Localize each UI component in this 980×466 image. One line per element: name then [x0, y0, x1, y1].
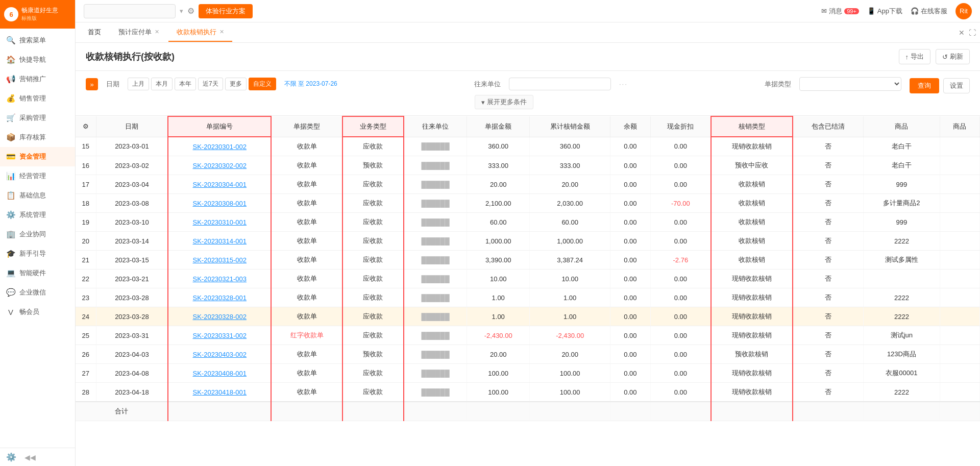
- doc-link[interactable]: SK-20230308-001: [193, 200, 247, 207]
- close-window-btn[interactable]: ✕: [959, 29, 965, 37]
- date-btn-more[interactable]: 更多: [225, 78, 247, 90]
- tab-home[interactable]: 首页: [80, 23, 109, 42]
- operations-icon: 📊: [6, 171, 15, 181]
- table-row: 252023-03-31SK-20230331-002红字收款单应收款█████…: [76, 326, 980, 345]
- tabbar: 首页 预计应付单 ✕ 收款核销执行 ✕ ✕ ⛶: [76, 22, 980, 43]
- sidebar-item-marketing[interactable]: 📢 营销推广: [0, 69, 75, 89]
- home-icon: 🏠: [6, 55, 15, 64]
- hardware-icon: 💻: [6, 268, 15, 278]
- sidebar-item-purchase[interactable]: 🛒 采购管理: [0, 108, 75, 128]
- sidebar-item-basic[interactable]: 📋 基础信息: [0, 186, 75, 205]
- doc-link[interactable]: SK-20230418-001: [193, 388, 247, 396]
- table-row: 272023-04-08SK-20230408-001收款单应收款██████1…: [76, 364, 980, 383]
- date-btn-this-year[interactable]: 本年: [175, 78, 196, 90]
- sidebar-item-hardware[interactable]: 💻 智能硬件: [0, 263, 75, 283]
- date-btn-last-month[interactable]: 上月: [128, 78, 149, 90]
- sidebar-item-system[interactable]: ⚙️ 系统管理: [0, 205, 75, 225]
- tab-collection[interactable]: 收款核销执行 ✕: [168, 23, 232, 42]
- purchase-icon: 🛒: [6, 113, 15, 122]
- doc-link[interactable]: SK-20230301-002: [193, 143, 247, 151]
- sidebar-item-enterprise[interactable]: 🏢 企业协同: [0, 225, 75, 244]
- doc-link[interactable]: SK-20230408-001: [193, 370, 247, 377]
- doc-link[interactable]: SK-20230403-002: [193, 351, 247, 358]
- doc-link[interactable]: SK-20230321-003: [193, 275, 247, 283]
- sidebar-item-operations[interactable]: 📊 经营管理: [0, 166, 75, 186]
- sidebar-item-member[interactable]: V 畅会员: [0, 302, 75, 322]
- sidebar-item-wechat[interactable]: 💬 企业微信: [0, 283, 75, 302]
- table-row: 222023-03-21SK-20230321-003收款单应收款██████1…: [76, 269, 980, 288]
- main-area: ▾ ⚙ 体验行业方案 ✉ 消息 99+ 📱 App下载 🎧 在线客服 Rit: [76, 0, 980, 466]
- sidebar-item-quick[interactable]: 🏠 快捷导航: [0, 50, 75, 69]
- col-header-partner: 往来单位: [404, 116, 467, 137]
- solution-btn[interactable]: 体验行业方案: [199, 4, 253, 18]
- filter-area: » 日期 上月 本月 本年 近7天 更多 自定义 不限 至 2023-07-26…: [76, 71, 980, 116]
- partner-input[interactable]: [509, 78, 611, 90]
- doc-link[interactable]: SK-20230328-002: [193, 313, 247, 321]
- table-row: 202023-03-14SK-20230314-001收款单应收款██████1…: [76, 232, 980, 251]
- message-btn[interactable]: ✉ 消息 99+: [821, 7, 859, 16]
- doc-link[interactable]: SK-20230302-002: [193, 162, 247, 169]
- doc-link[interactable]: SK-20230314-001: [193, 237, 247, 245]
- date-btn-this-month[interactable]: 本月: [151, 78, 173, 90]
- expand-conditions-btn[interactable]: ▾ 展开更多条件: [475, 95, 533, 109]
- app-download-btn[interactable]: 📱 App下载: [867, 7, 902, 16]
- date-btn-7days[interactable]: 近7天: [198, 78, 223, 90]
- topbar: ▾ ⚙ 体验行业方案 ✉ 消息 99+ 📱 App下载 🎧 在线客服 Rit: [76, 0, 980, 22]
- sidebar-item-guide[interactable]: 🎓 新手引导: [0, 244, 75, 263]
- col-header-settled: 包含已结清: [793, 116, 864, 137]
- table-row: 172023-03-04SK-20230304-001收款单应收款██████2…: [76, 175, 980, 194]
- col-header-goods2: 商品: [940, 116, 979, 137]
- sidebar-item-sales[interactable]: 💰 销售管理: [0, 89, 75, 108]
- search-input[interactable]: [84, 4, 176, 18]
- doc-link[interactable]: SK-20230328-001: [193, 294, 247, 302]
- query-btn[interactable]: 查询: [910, 78, 939, 93]
- table-row: 152023-03-01SK-20230301-002收款单应收款██████3…: [76, 137, 980, 156]
- collapse-icon[interactable]: ◀◀: [24, 453, 36, 461]
- gear-icon[interactable]: ⚙: [187, 6, 194, 16]
- sidebar-item-finance[interactable]: 💳 资金管理: [0, 147, 75, 166]
- sidebar-bottom: ⚙️ ◀◀: [0, 448, 75, 466]
- filter-row-1: 日期 上月 本月 本年 近7天 更多 自定义 不限 至 2023-07-26 往…: [106, 77, 901, 91]
- chevron-down-icon: ▾: [481, 99, 485, 106]
- doc-link[interactable]: SK-20230315-002: [193, 256, 247, 264]
- table-row: 282023-04-18SK-20230418-001收款单应收款██████1…: [76, 383, 980, 402]
- col-header-amount: 单据金额: [467, 116, 530, 137]
- refresh-icon: ↺: [942, 53, 948, 61]
- col-header-verified: 累计核销金额: [530, 116, 610, 137]
- setting-btn[interactable]: 设置: [943, 78, 970, 93]
- export-icon: ↑: [905, 53, 909, 61]
- guide-icon: 🎓: [6, 249, 15, 258]
- doc-type-select[interactable]: [799, 77, 901, 91]
- inventory-icon: 📦: [6, 133, 15, 142]
- filter-toggle-btn[interactable]: »: [86, 78, 98, 90]
- marketing-icon: 📢: [6, 75, 15, 84]
- export-btn[interactable]: ↑ 导出: [899, 49, 931, 64]
- online-service-btn[interactable]: 🎧 在线客服: [911, 7, 947, 16]
- table-container: ⚙ 日期 单据编号 单据类型 业务类型 往来单位 单据金额 累计核销金额 余额 …: [76, 116, 980, 466]
- tab-pending-close[interactable]: ✕: [155, 29, 159, 35]
- doc-link[interactable]: SK-20230331-002: [193, 332, 247, 339]
- footer-label: 合计: [76, 402, 168, 421]
- tab-collection-close[interactable]: ✕: [219, 29, 224, 35]
- sidebar-item-inventory[interactable]: 📦 库存核算: [0, 128, 75, 147]
- finance-icon: 💳: [6, 152, 15, 161]
- settings-icon[interactable]: ⚙️: [6, 452, 16, 462]
- date-btn-custom[interactable]: 自定义: [249, 78, 276, 90]
- table-row: 242023-03-28SK-20230328-002收款单应收款██████1…: [76, 307, 980, 326]
- col-header-biztype: 业务类型: [342, 116, 404, 137]
- tab-pending[interactable]: 预计应付单 ✕: [110, 23, 167, 42]
- maximize-btn[interactable]: ⛶: [969, 29, 976, 37]
- col-header-date: 日期: [96, 116, 168, 137]
- doc-link[interactable]: SK-20230304-001: [193, 181, 247, 188]
- page-content: 收款核销执行(按收款) ↑ 导出 ↺ 刷新 » 日期: [76, 43, 980, 466]
- sidebar-item-search[interactable]: 🔍 搜索菜单: [0, 31, 75, 50]
- basic-icon: 📋: [6, 191, 15, 200]
- user-avatar[interactable]: Rit: [955, 3, 972, 19]
- refresh-btn[interactable]: ↺ 刷新: [936, 49, 970, 64]
- sidebar-menu: 🔍 搜索菜单 🏠 快捷导航 📢 营销推广 💰 销售管理 🛒 采购管理 📦 库存核…: [0, 29, 75, 448]
- table-row: 232023-03-28SK-20230328-001收款单应收款██████1…: [76, 288, 980, 307]
- col-header-nuketype: 核销类型: [711, 116, 793, 137]
- table-row: 182023-03-08SK-20230308-001收款单应收款██████2…: [76, 194, 980, 213]
- col-header-doctype: 单据类型: [271, 116, 342, 137]
- doc-link[interactable]: SK-20230310-001: [193, 218, 247, 226]
